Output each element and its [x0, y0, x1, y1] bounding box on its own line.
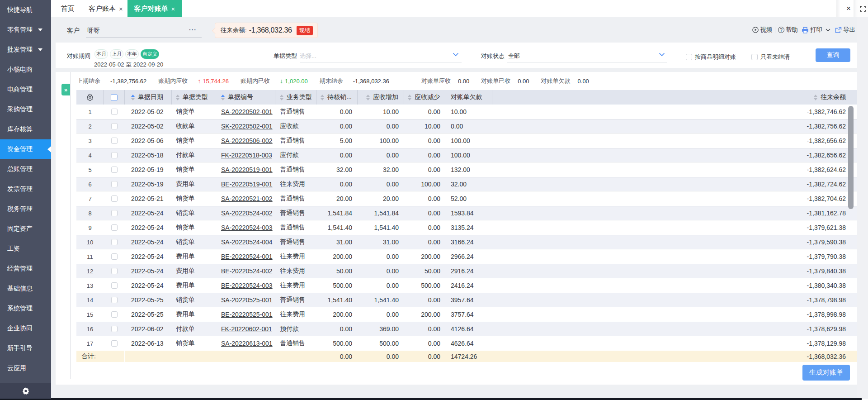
sidebar-item-云应用[interactable]: 云应用: [0, 358, 51, 378]
column-header-settings[interactable]: [76, 90, 104, 105]
sidebar-item-采购管理[interactable]: 采购管理: [0, 100, 51, 119]
expand-panel-button[interactable]: »: [61, 84, 70, 95]
by-item-checkbox[interactable]: 按商品明细对账: [686, 53, 736, 61]
row-checkbox[interactable]: [111, 311, 118, 318]
sort-icon[interactable]: [366, 95, 370, 100]
doc-number-link[interactable]: SA-20220521-002: [221, 195, 273, 202]
select-all-checkbox[interactable]: [111, 94, 118, 101]
doc-number-link[interactable]: SA-20220519-001: [221, 166, 273, 173]
doc-number-link[interactable]: BE-20220524-001: [221, 253, 273, 260]
cash-settle-badge[interactable]: 现结: [297, 26, 313, 35]
row-checkbox[interactable]: [111, 282, 118, 289]
tab-close-icon[interactable]: ×: [171, 5, 175, 12]
sidebar-item-小畅电商[interactable]: 小畅电商: [0, 60, 51, 80]
sidebar-item-系统管理[interactable]: 系统管理: [0, 299, 51, 319]
row-checkbox[interactable]: [111, 268, 118, 274]
column-header-单据类型[interactable]: 单据类型: [172, 90, 215, 105]
sidebar-item-零售管理[interactable]: 零售管理: [0, 20, 51, 40]
table-scrollbar[interactable]: [848, 106, 854, 209]
sidebar-item-总账管理[interactable]: 总账管理: [0, 159, 51, 179]
sidebar-item-经营管理[interactable]: 经营管理: [0, 259, 51, 279]
row-checkbox[interactable]: [111, 239, 118, 245]
fullscreen-button[interactable]: [857, 0, 868, 17]
row-checkbox[interactable]: [111, 326, 118, 332]
sidebar-item-快捷导航[interactable]: 快捷导航: [0, 0, 51, 20]
sort-icon[interactable]: [814, 95, 817, 100]
doc-number-link[interactable]: SA-20220524-003: [221, 224, 273, 231]
sort-icon[interactable]: [221, 95, 225, 100]
doc-number-link[interactable]: BE-20220524-002: [221, 267, 273, 275]
video-button[interactable]: 视频: [752, 26, 772, 34]
doc-number-link[interactable]: SA-20220506-002: [221, 137, 273, 144]
tab-客户对账单[interactable]: 客户对账单×: [127, 0, 182, 17]
sidebar-item-库存核算[interactable]: 库存核算: [0, 119, 51, 139]
row-checkbox[interactable]: [111, 181, 118, 187]
row-checkbox[interactable]: [111, 340, 118, 347]
period-pill-custom[interactable]: 自定义: [141, 49, 159, 59]
row-checkbox[interactable]: [111, 109, 118, 115]
sidebar-item-基础信息[interactable]: 基础信息: [0, 279, 51, 299]
export-button[interactable]: 导出: [835, 26, 855, 34]
sidebar-item-税务管理[interactable]: 税务管理: [0, 199, 51, 219]
row-checkbox[interactable]: [111, 167, 118, 173]
sort-icon[interactable]: [280, 95, 283, 100]
help-button[interactable]: ? 帮助: [778, 26, 798, 34]
column-header-业务类型[interactable]: 业务类型: [275, 90, 316, 105]
sidebar-item-工资[interactable]: 工资: [0, 239, 51, 259]
doc-number-link[interactable]: SA-20220525-001: [221, 296, 273, 304]
sidebar-item-发票管理[interactable]: 发票管理: [0, 179, 51, 199]
column-header-对账单欠款[interactable]: 对账单欠款: [446, 90, 492, 105]
query-button[interactable]: 查询: [816, 48, 850, 62]
unsettled-checkbox[interactable]: 只看未结清: [751, 53, 790, 61]
sort-icon[interactable]: [131, 95, 135, 100]
sidebar-item-固定资产[interactable]: 固定资产: [0, 219, 51, 239]
doc-number-link[interactable]: FK-20220602-001: [221, 325, 272, 333]
column-header-应收减少[interactable]: 应收减少: [404, 90, 446, 105]
sort-icon[interactable]: [408, 95, 411, 100]
doc-number-link[interactable]: SA-20220524-004: [221, 238, 273, 246]
sidebar-item-资金管理[interactable]: 资金管理: [0, 139, 51, 159]
doc-type-select[interactable]: 选择...: [300, 52, 316, 60]
sort-icon[interactable]: [176, 95, 179, 100]
doc-number-link[interactable]: SA-20220524-002: [221, 210, 273, 217]
tab-首页[interactable]: 首页: [51, 0, 84, 17]
column-header-待核销...[interactable]: 待核销...: [316, 90, 358, 105]
row-checkbox[interactable]: [111, 210, 118, 216]
row-checkbox[interactable]: [111, 123, 118, 129]
row-checkbox[interactable]: [111, 195, 118, 202]
status-chevron-icon[interactable]: [659, 52, 665, 57]
tab-客户账本[interactable]: 客户账本×: [84, 0, 127, 17]
sidebar-item-电商管理[interactable]: 电商管理: [0, 80, 51, 100]
customer-more-button[interactable]: ···: [189, 26, 197, 33]
sort-icon[interactable]: [321, 95, 324, 100]
doc-number-link[interactable]: BE-20220519-001: [221, 181, 273, 188]
doc-number-link[interactable]: SA-20220502-001: [221, 108, 273, 115]
doc-type-chevron-icon[interactable]: [453, 52, 459, 57]
sidebar-item-新手引导[interactable]: 新手引导: [0, 338, 51, 358]
tab-close-icon[interactable]: ×: [119, 5, 123, 12]
period-pill-本年[interactable]: 本年: [125, 49, 139, 59]
status-select[interactable]: 全部: [508, 52, 520, 60]
sidebar-item-批发管理[interactable]: 批发管理: [0, 40, 51, 60]
period-pill-上月[interactable]: 上月: [110, 49, 123, 59]
row-checkbox[interactable]: [111, 138, 118, 144]
period-pill-本月[interactable]: 本月: [94, 49, 108, 59]
print-button[interactable]: 打印: [802, 26, 830, 34]
sidebar-settings-button[interactable]: [0, 383, 51, 399]
row-checkbox[interactable]: [111, 253, 118, 260]
row-checkbox[interactable]: [111, 297, 118, 303]
doc-number-link[interactable]: BE-20220524-003: [221, 282, 273, 289]
doc-number-link[interactable]: BE-20220525-001: [221, 311, 273, 318]
doc-number-link[interactable]: FK-20220518-003: [221, 152, 272, 159]
doc-number-link[interactable]: SK-20220502-001: [221, 123, 273, 130]
row-checkbox[interactable]: [111, 152, 118, 158]
column-header-往来余额[interactable]: 往来余额: [801, 90, 857, 105]
date-range[interactable]: 2022-05-02 至 2022-09-20: [94, 61, 163, 69]
column-header-checkbox[interactable]: [104, 90, 125, 105]
sidebar-item-企业协同[interactable]: 企业协同: [0, 319, 51, 338]
column-header-应收增加[interactable]: 应收增加: [358, 90, 404, 105]
doc-number-link[interactable]: SA-20220613-001: [221, 340, 273, 347]
column-header-单据编号[interactable]: 单据编号: [215, 90, 275, 105]
generate-statement-button[interactable]: 生成对账单: [802, 365, 850, 381]
row-checkbox[interactable]: [111, 224, 118, 231]
